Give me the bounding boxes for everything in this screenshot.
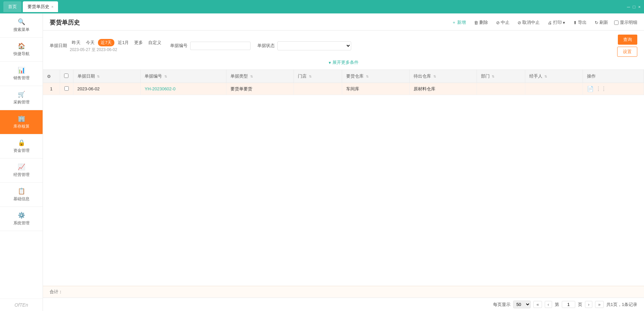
sidebar-item-quick-nav[interactable]: 🏠 快捷导航 xyxy=(0,38,43,62)
page-size-label: 每页显示 xyxy=(493,302,511,308)
col-department: 部门 ⇅ xyxy=(477,70,525,83)
last-page-button[interactable]: » xyxy=(595,301,603,308)
doctype-sort-icon[interactable]: ⇅ xyxy=(250,75,253,78)
col-date: 单据日期 ⇅ xyxy=(73,70,141,83)
filter-date: 单据日期 昨天 今天 近7天 近1月 更多 自定义 2023-05-27 至 2… xyxy=(50,39,163,53)
tab-close-icon[interactable]: × xyxy=(51,5,53,9)
ops-mgmt-icon: 📈 xyxy=(18,163,25,171)
delete-button[interactable]: 🗑 删除 xyxy=(472,18,490,27)
page-size-select[interactable]: 50 100 xyxy=(513,301,531,308)
sidebar: 🔍 搜索菜单 🏠 快捷导航 📊 销售管理 🛒 采购管理 🏢 库存核算 🔒 xyxy=(0,13,43,311)
handler-sort-icon[interactable]: ⇅ xyxy=(544,75,547,78)
total-info: 共1页，1条记录 xyxy=(606,302,637,308)
tab-active-label: 要货单历史 xyxy=(28,4,49,10)
refresh-icon: ↻ xyxy=(595,20,598,25)
new-icon: ＋ xyxy=(452,19,456,26)
cancel-stop-button[interactable]: ⊘ 取消中止 xyxy=(516,18,542,27)
new-label: 新增 xyxy=(457,19,466,26)
row-handler xyxy=(525,83,583,95)
brand-text: OfTEn xyxy=(14,302,28,308)
stop-button[interactable]: ⊘ 中止 xyxy=(494,18,512,27)
expand-more-button[interactable]: ▾ 展开更多条件 xyxy=(50,59,637,65)
first-page-button[interactable]: « xyxy=(533,301,542,308)
col-docno: 单据编号 ⇅ xyxy=(141,70,226,83)
next-page-button[interactable]: › xyxy=(585,301,592,308)
table-container: ⚙ 单据日期 ⇅ 单据编号 ⇅ xyxy=(43,70,644,286)
page-input[interactable] xyxy=(562,301,575,308)
row-checkbox xyxy=(60,83,73,95)
col-pending-warehouse: 待出仓库 ⇅ xyxy=(409,70,477,83)
more-icon[interactable]: ⋮⋮ xyxy=(596,86,606,92)
settings-button[interactable]: 设置 xyxy=(617,47,637,57)
page-unit: 页 xyxy=(578,302,582,308)
print-dropdown-icon: ▾ xyxy=(563,20,565,25)
shortcut-yesterday[interactable]: 昨天 xyxy=(70,39,83,46)
export-button[interactable]: ⬆ 导出 xyxy=(571,18,589,27)
table-footer: 合计： xyxy=(43,286,644,298)
row-select-checkbox[interactable] xyxy=(64,86,69,91)
store-sort-icon[interactable]: ⇅ xyxy=(309,75,312,78)
department-sort-icon[interactable]: ⇅ xyxy=(492,75,494,78)
minimize-icon[interactable]: ─ xyxy=(627,4,630,9)
prev-page-button[interactable]: ‹ xyxy=(545,301,552,308)
close-window-icon[interactable]: × xyxy=(638,4,641,9)
row-date: 2023-06-02 xyxy=(73,83,141,95)
purchase-mgmt-icon: 🛒 xyxy=(18,91,25,98)
sidebar-item-sales-mgmt[interactable]: 📊 销售管理 xyxy=(0,62,43,86)
docno-sort-icon[interactable]: ⇅ xyxy=(164,75,167,78)
date-sort-icon[interactable]: ⇅ xyxy=(97,75,100,78)
search-menu-icon: 🔍 xyxy=(18,18,25,26)
sidebar-item-purchase-mgmt[interactable]: 🛒 采购管理 xyxy=(0,86,43,110)
sidebar-item-label: 经营管理 xyxy=(13,172,30,178)
row-docno-link[interactable]: YH-20230602-0 xyxy=(145,86,175,91)
sidebar-item-inventory[interactable]: 🏢 库存核算 xyxy=(0,110,43,134)
col-store: 门店 ⇅ xyxy=(294,70,342,83)
docno-input[interactable] xyxy=(190,42,251,50)
refresh-button[interactable]: ↻ 刷新 xyxy=(593,18,610,27)
pending-warehouse-sort-icon[interactable]: ⇅ xyxy=(433,75,436,78)
shortcut-7days[interactable]: 近7天 xyxy=(98,39,114,46)
cancel-stop-icon: ⊘ xyxy=(518,20,521,25)
req-warehouse-sort-icon[interactable]: ⇅ xyxy=(366,75,369,78)
row-store xyxy=(294,83,342,95)
print-button[interactable]: 🖨 打印 ▾ xyxy=(546,18,567,27)
sidebar-item-basic-info[interactable]: 📋 基础信息 xyxy=(0,183,43,207)
sys-mgmt-icon: ⚙️ xyxy=(18,212,25,219)
col-doctype: 单据类型 ⇅ xyxy=(226,70,294,83)
query-button[interactable]: 查询 xyxy=(618,35,637,45)
quick-nav-icon: 🏠 xyxy=(18,42,25,50)
maximize-icon[interactable]: □ xyxy=(633,4,636,9)
edit-icon[interactable]: 📄 xyxy=(587,86,594,92)
row-docno: YH-20230602-0 xyxy=(141,83,226,95)
display-detail-checkbox[interactable] xyxy=(614,20,619,25)
shortcut-1month[interactable]: 近1月 xyxy=(116,39,131,46)
export-icon: ⬆ xyxy=(573,20,577,25)
basic-info-icon: 📋 xyxy=(18,187,25,195)
status-select[interactable] xyxy=(277,41,351,50)
shortcut-custom[interactable]: 自定义 xyxy=(146,39,163,46)
stop-icon: ⊘ xyxy=(496,20,500,25)
display-detail-toggle[interactable]: 显示明细 xyxy=(614,19,637,26)
sidebar-item-ops-mgmt[interactable]: 📈 经营管理 xyxy=(0,159,43,183)
shortcut-more[interactable]: 更多 xyxy=(132,39,145,46)
sales-mgmt-icon: 📊 xyxy=(18,66,25,74)
new-button[interactable]: ＋ 新增 xyxy=(450,18,468,27)
sidebar-item-label: 搜索菜单 xyxy=(13,27,30,33)
row-action: 📄 ⋮⋮ xyxy=(583,83,644,95)
expand-more-label: 展开更多条件 xyxy=(332,59,359,65)
stop-label: 中止 xyxy=(501,19,509,26)
sidebar-item-finance-mgmt[interactable]: 🔒 资金管理 xyxy=(0,134,43,159)
select-all-checkbox[interactable] xyxy=(64,74,68,78)
sidebar-item-label: 快捷导航 xyxy=(13,51,30,57)
action-icons: 📄 ⋮⋮ xyxy=(587,86,640,92)
sum-label: 合计： xyxy=(50,289,63,294)
tab-home[interactable]: 首页 xyxy=(3,1,21,12)
shortcut-today[interactable]: 今天 xyxy=(84,39,97,46)
sidebar-item-sys-mgmt[interactable]: ⚙️ 系统管理 xyxy=(0,207,43,231)
filter-docno: 单据编号 xyxy=(170,42,251,50)
tab-active[interactable]: 要货单历史 × xyxy=(23,1,58,12)
sidebar-item-label: 库存核算 xyxy=(13,124,30,129)
tab-home-label: 首页 xyxy=(8,4,17,10)
sidebar-item-search-menu[interactable]: 🔍 搜索菜单 xyxy=(0,13,43,38)
filter-row: 单据日期 昨天 今天 近7天 近1月 更多 自定义 2023-05-27 至 2… xyxy=(50,35,637,57)
